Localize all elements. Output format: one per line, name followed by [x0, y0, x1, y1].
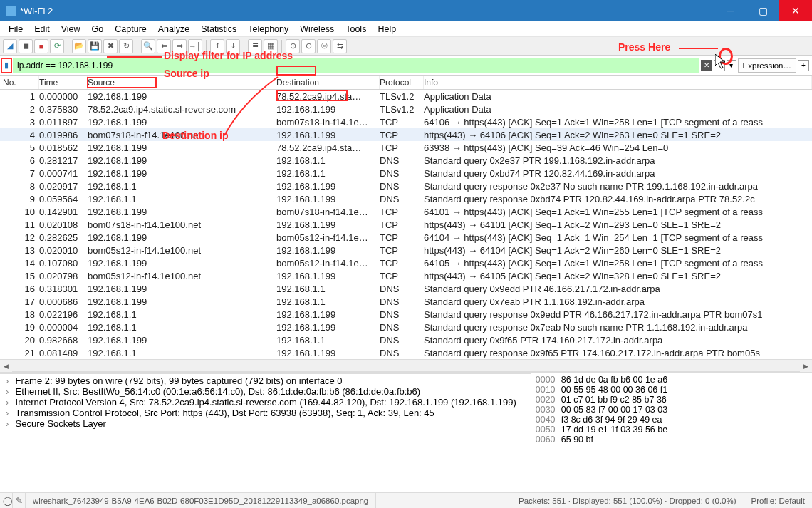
tree-item[interactable]: › Ethernet II, Src: BestItWo_56:14:c0 (0… [6, 386, 516, 397]
toolbar-goto-icon[interactable]: →│ [188, 39, 202, 53]
bookmark-filter-icon[interactable]: ▮ [1, 58, 12, 73]
app-icon [6, 6, 16, 16]
table-row[interactable]: 60.281217192.168.1.199192.168.1.1DNSStan… [0, 154, 812, 167]
table-row[interactable]: 10.000000192.168.1.19978.52.2ca9.ip4.sta… [0, 90, 812, 103]
menubar: File Edit View Go Capture Analyze Statis… [0, 21, 812, 37]
table-row[interactable]: 140.107080192.168.1.199bom05s12-in-f14.1… [0, 256, 812, 269]
toolbar-zoomreset-icon[interactable]: ⦾ [317, 39, 331, 53]
toolbar-zoomin-icon[interactable]: ⊕ [286, 39, 300, 53]
table-row[interactable]: 70.000741192.168.1.199192.168.1.1DNSStan… [0, 167, 812, 180]
tree-item[interactable]: › Secure Sockets Layer [6, 418, 516, 429]
menu-wireless[interactable]: Wireless [294, 23, 340, 36]
toolbar-resize-icon[interactable]: ⇆ [333, 39, 347, 53]
table-row[interactable]: 190.000004192.168.1.1192.168.1.199DNSSta… [0, 321, 812, 333]
hex-row[interactable]: 003000 05 83 f7 00 00 17 03 03 [536, 405, 694, 415]
column-source[interactable]: Source [88, 76, 276, 89]
toolbar-stop-capture-icon[interactable]: ■ [34, 39, 48, 53]
table-row[interactable]: 20.37583078.52.2ca9.ip4.static.sl-revers… [0, 103, 812, 115]
column-protocol[interactable]: Protocol [380, 76, 424, 89]
toolbar-open-icon[interactable]: 📂 [72, 39, 86, 53]
toolbar-last-icon[interactable]: ⤓ [226, 39, 240, 53]
hex-row[interactable]: 0040f3 8c d6 3f 94 9f 29 49 ea [536, 415, 694, 425]
filter-dropdown-icon[interactable]: ▾ [727, 60, 736, 71]
display-filter-input[interactable] [13, 58, 699, 73]
menu-view[interactable]: View [56, 23, 86, 36]
table-row[interactable]: 50.018562192.168.1.19978.52.2ca9.ip4.sta… [0, 141, 812, 154]
packet-details-pane[interactable]: › Frame 2: 99 bytes on wire (792 bits), … [0, 373, 531, 492]
statusbar: ◯ ✎ wireshark_76423949-B5A9-4EA6-B02D-68… [0, 492, 812, 508]
table-row[interactable]: 130.020010bom05s12-in-f14.1e100.net192.1… [0, 244, 812, 256]
table-row[interactable]: 80.020917192.168.1.1192.168.1.199DNSStan… [0, 180, 812, 192]
toolbar-save-icon[interactable]: 💾 [88, 39, 102, 53]
menu-go[interactable]: Go [86, 23, 110, 36]
hex-row[interactable]: 000086 1d de 0a fb b6 00 1e a6 [536, 375, 694, 385]
maximize-button[interactable]: ▢ [746, 0, 779, 21]
packet-bytes-pane[interactable]: 000086 1d de 0a fb b6 00 1e a6001000 55 … [531, 373, 699, 492]
packet-list[interactable]: 10.000000192.168.1.19978.52.2ca9.ip4.sta… [0, 90, 812, 359]
toolbar-autoscroll-icon[interactable]: ≣ [248, 39, 262, 53]
status-packets: Packets: 551 · Displayed: 551 (100.0%) ·… [511, 493, 744, 508]
toolbar-close-icon[interactable]: ✖ [103, 39, 118, 53]
column-destination[interactable]: Destination [276, 76, 380, 89]
hex-row[interactable]: 005017 dd 19 e1 1f 03 39 56 be [536, 425, 694, 435]
toolbar-find-icon[interactable]: 🔍 [141, 39, 155, 53]
menu-analyze[interactable]: Analyze [152, 23, 195, 36]
table-row[interactable]: 90.059564192.168.1.1192.168.1.199DNSStan… [0, 192, 812, 205]
toolbar-options-icon[interactable]: ◼ [19, 39, 33, 53]
close-button[interactable]: ✕ [779, 0, 812, 21]
table-row[interactable]: 170.000686192.168.1.199192.168.1.1DNSSta… [0, 295, 812, 308]
hex-row[interactable]: 001000 55 95 48 00 00 36 06 f1 [536, 385, 694, 395]
table-row[interactable]: 40.019986bom07s18-in-f14.1e100.net192.16… [0, 128, 812, 141]
scroll-left-icon[interactable]: ◀ [0, 360, 12, 372]
expert-info-icon[interactable]: ◯ [0, 493, 13, 508]
toolbar-zoomout-icon[interactable]: ⊖ [301, 39, 316, 53]
column-time[interactable]: Time [39, 76, 88, 89]
toolbar-colorize-icon[interactable]: ▦ [264, 39, 278, 53]
titlebar: *Wi-Fi 2 ─ ▢ ✕ [0, 0, 812, 21]
toolbar-prev-icon[interactable]: ⇐ [157, 39, 171, 53]
tree-item[interactable]: › Transmission Control Protocol, Src Por… [6, 408, 516, 418]
table-row[interactable]: 180.022196192.168.1.1192.168.1.199DNSSta… [0, 308, 812, 321]
toolbar: ◢ ◼ ■ ⟳ 📂 💾 ✖ ↻ 🔍 ⇐ ⇒ →│ ⤒ ⤓ ≣ ▦ ⊕ ⊖ ⦾ ⇆ [0, 37, 812, 56]
scroll-right-icon[interactable]: ▶ [800, 360, 812, 372]
clear-filter-icon[interactable]: ✕ [701, 60, 712, 71]
menu-statistics[interactable]: Statistics [195, 23, 242, 36]
tree-item[interactable]: › Internet Protocol Version 4, Src: 78.5… [6, 397, 516, 408]
filter-bar: ▮ ✕ → ▾ Expression… + [0, 56, 812, 76]
table-row[interactable]: 100.142901192.168.1.199bom07s18-in-f14.1… [0, 205, 812, 218]
window-title: *Wi-Fi 2 [20, 6, 714, 16]
packet-list-scrollbar[interactable]: ◀ ▶ [0, 359, 812, 371]
column-no[interactable]: No. [0, 76, 39, 89]
table-row[interactable]: 120.282625192.168.1.199bom05s12-in-f14.1… [0, 231, 812, 244]
toolbar-first-icon[interactable]: ⤒ [210, 39, 224, 53]
hex-row[interactable]: 006065 90 bf [536, 435, 694, 445]
packet-list-header[interactable]: No. Time Source Destination Protocol Inf… [0, 76, 812, 90]
table-row[interactable]: 150.020798bom05s12-in-f14.1e100.net192.1… [0, 269, 812, 282]
table-row[interactable]: 110.020108bom07s18-in-f14.1e100.net192.1… [0, 218, 812, 231]
add-filter-button-icon[interactable]: + [798, 60, 809, 71]
toolbar-restart-capture-icon[interactable]: ⟳ [50, 39, 64, 53]
menu-tools[interactable]: Tools [340, 23, 372, 36]
menu-help[interactable]: Help [372, 23, 402, 36]
tree-item[interactable]: › Frame 2: 99 bytes on wire (792 bits), … [6, 375, 516, 386]
table-row[interactable]: 210.081489192.168.1.1192.168.1.199DNSSta… [0, 346, 812, 359]
expression-button[interactable]: Expression… [738, 58, 796, 73]
status-file: wireshark_76423949-B5A9-4EA6-B02D-680F03… [26, 493, 376, 508]
column-info[interactable]: Info [424, 76, 812, 89]
table-row[interactable]: 30.011897192.168.1.199bom07s18-in-f14.1e… [0, 115, 812, 128]
hex-row[interactable]: 002001 c7 01 bb f9 c2 85 b7 36 [536, 395, 694, 405]
menu-capture[interactable]: Capture [109, 23, 152, 36]
minimize-button[interactable]: ─ [714, 0, 746, 21]
apply-filter-icon[interactable]: → [714, 60, 725, 71]
capture-file-properties-icon[interactable]: ✎ [13, 493, 26, 508]
menu-edit[interactable]: Edit [28, 23, 56, 36]
menu-telephony[interactable]: Telephony [242, 23, 294, 36]
table-row[interactable]: 200.982668192.168.1.199192.168.1.1DNSSta… [0, 333, 812, 346]
toolbar-reload-icon[interactable]: ↻ [119, 39, 133, 53]
toolbar-next-icon[interactable]: ⇒ [172, 39, 187, 53]
status-profile[interactable]: Profile: Default [744, 493, 812, 508]
toolbar-start-capture-icon[interactable]: ◢ [3, 39, 17, 53]
table-row[interactable]: 160.318301192.168.1.199192.168.1.1DNSSta… [0, 282, 812, 295]
menu-file[interactable]: File [3, 23, 28, 36]
